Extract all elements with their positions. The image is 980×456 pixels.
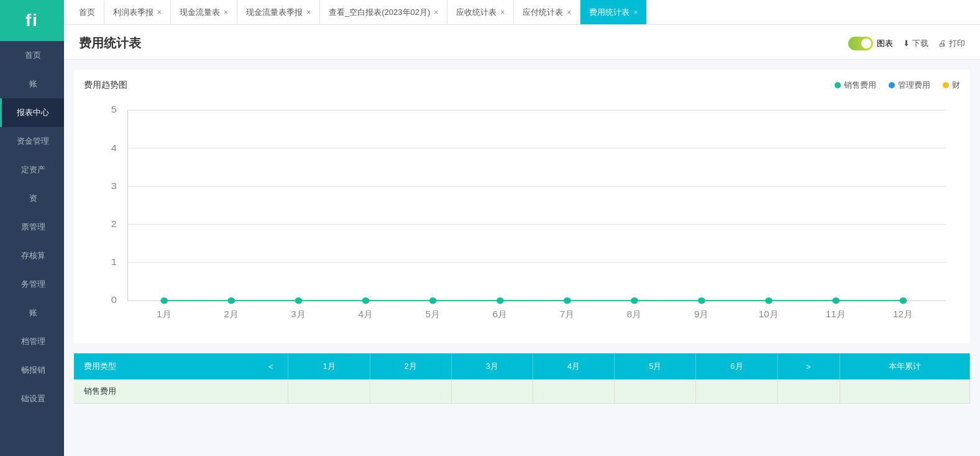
- legend-item-2: 财: [943, 80, 960, 91]
- main-content: 首页利润表季报×现金流量表×现金流量表季报×查看_空白报表(2023年02月)×…: [64, 0, 980, 456]
- legend-item-1: 管理费用: [889, 80, 930, 91]
- tab-close-blank-report[interactable]: ×: [434, 8, 438, 17]
- sidebar-item-archive-mgmt[interactable]: 档管理: [0, 327, 64, 356]
- col-summary: 本年累计: [840, 353, 969, 379]
- tab-expense[interactable]: 费用统计表×: [580, 0, 647, 25]
- svg-point-27: [295, 297, 303, 304]
- sidebar-item-inventory[interactable]: 存核算: [0, 241, 64, 270]
- tab-profit-quarter[interactable]: 利润表季报×: [104, 0, 171, 25]
- sidebar-item-writeoff[interactable]: 畅报销: [0, 356, 64, 384]
- legend-dot-2: [943, 82, 949, 88]
- chart-section: 费用趋势图 销售费用管理费用财 5 4 3: [74, 70, 970, 343]
- col-month-4: 4月: [533, 353, 614, 379]
- data-table-section: 费用类型 < 1月 2月 3月 4月 5月 6月 > 本年累计: [74, 353, 970, 404]
- svg-point-35: [832, 297, 840, 304]
- table-row: 销售费用: [74, 379, 970, 404]
- sidebar-item-invest[interactable]: 资: [0, 184, 64, 213]
- svg-point-33: [698, 297, 705, 304]
- tab-close-receivable[interactable]: ×: [500, 8, 505, 17]
- page-body: 费用统计表 图表 ⬇ 下载 🖨 打印: [64, 25, 980, 456]
- col-month-3: 3月: [451, 353, 533, 379]
- svg-text:4: 4: [111, 142, 117, 152]
- col-type: 费用类型 <: [74, 353, 288, 379]
- svg-text:5月: 5月: [426, 309, 441, 319]
- row-val-2: [370, 379, 451, 404]
- sidebar-item-ledger[interactable]: 账: [0, 299, 64, 327]
- chart-legend: 销售费用管理费用财: [835, 80, 960, 91]
- svg-text:1月: 1月: [157, 309, 172, 319]
- svg-text:0: 0: [111, 295, 117, 305]
- svg-text:1: 1: [111, 257, 117, 267]
- tab-home[interactable]: 首页: [70, 0, 104, 25]
- svg-text:7月: 7月: [560, 309, 575, 319]
- svg-text:12月: 12月: [893, 309, 914, 319]
- svg-text:9月: 9月: [694, 309, 709, 319]
- sidebar-item-account[interactable]: 账: [0, 70, 64, 98]
- svg-text:8月: 8月: [627, 309, 642, 319]
- legend-dot-0: [835, 82, 841, 88]
- row-type: 销售费用: [74, 379, 288, 404]
- chart-toggle[interactable]: [848, 37, 873, 50]
- svg-point-36: [899, 297, 907, 304]
- svg-text:5: 5: [111, 105, 117, 114]
- svg-point-32: [631, 297, 638, 304]
- svg-text:11月: 11月: [826, 309, 846, 319]
- page-title: 费用统计表: [79, 35, 141, 52]
- legend-label-1: 管理费用: [898, 80, 930, 91]
- sidebar: fi 首页账报表中心资金管理定资产资票管理存核算务管理账档管理畅报销础设置: [0, 0, 64, 456]
- print-button[interactable]: 🖨 打印: [938, 38, 965, 49]
- chart-toggle-label: 图表: [877, 38, 893, 49]
- tab-close-profit-quarter[interactable]: ×: [157, 8, 162, 17]
- tab-cashflow-quarter[interactable]: 现金流量表季报×: [237, 0, 320, 25]
- svg-point-28: [362, 297, 370, 304]
- row-val-nav: [777, 379, 840, 404]
- svg-text:4月: 4月: [358, 309, 373, 319]
- svg-point-25: [160, 297, 168, 304]
- svg-text:3月: 3月: [291, 309, 306, 319]
- chart-title: 费用趋势图: [84, 80, 127, 91]
- tab-payable[interactable]: 应付统计表×: [514, 0, 580, 25]
- tab-close-cashflow[interactable]: ×: [224, 8, 228, 17]
- row-val-5: [615, 379, 696, 404]
- chart-svg: 5 4 3 2 1 0 1月 2月 3月: [84, 97, 960, 333]
- col-month-6: 6月: [696, 353, 777, 379]
- row-val-4: [533, 379, 614, 404]
- page-actions: 图表 ⬇ 下载 🖨 打印: [848, 37, 965, 50]
- col-nav-prev[interactable]: <: [263, 362, 278, 371]
- download-button[interactable]: ⬇ 下载: [903, 38, 928, 49]
- col-month-1: 1月: [288, 353, 370, 379]
- chart-toggle-container: 图表: [848, 37, 893, 50]
- download-label: 下载: [912, 38, 928, 49]
- svg-text:3: 3: [111, 181, 117, 191]
- tab-blank-report[interactable]: 查看_空白报表(2023年02月)×: [320, 0, 447, 25]
- sidebar-item-invoice-mgmt[interactable]: 票管理: [0, 213, 64, 241]
- svg-point-26: [227, 297, 235, 304]
- tab-close-expense[interactable]: ×: [633, 8, 638, 17]
- chart-wrapper: 5 4 3 2 1 0 1月 2月 3月: [84, 97, 960, 333]
- col-nav-next[interactable]: >: [777, 353, 840, 379]
- sidebar-item-fund-mgmt[interactable]: 资金管理: [0, 127, 64, 156]
- row-val-6: [696, 379, 777, 404]
- sidebar-item-service-mgmt[interactable]: 务管理: [0, 270, 64, 299]
- sidebar-item-fixed-assets[interactable]: 定资产: [0, 156, 64, 184]
- legend-label-2: 财: [952, 80, 960, 91]
- print-label: 打印: [949, 38, 965, 49]
- svg-text:10月: 10月: [759, 309, 779, 319]
- tab-bar: 首页利润表季报×现金流量表×现金流量表季报×查看_空白报表(2023年02月)×…: [64, 0, 980, 25]
- page-header: 费用统计表 图表 ⬇ 下载 🖨 打印: [64, 25, 980, 60]
- tab-receivable[interactable]: 应收统计表×: [447, 0, 514, 25]
- app-logo: fi: [0, 0, 64, 41]
- print-icon: 🖨: [938, 39, 946, 48]
- sidebar-item-report-center[interactable]: 报表中心: [0, 98, 64, 127]
- col-month-2: 2月: [370, 353, 451, 379]
- col-type-label: 费用类型: [84, 361, 116, 372]
- tab-close-cashflow-quarter[interactable]: ×: [306, 8, 311, 17]
- tab-close-payable[interactable]: ×: [567, 8, 571, 17]
- tab-cashflow[interactable]: 现金流量表×: [171, 0, 237, 25]
- svg-point-29: [429, 297, 437, 304]
- sidebar-item-home[interactable]: 首页: [0, 41, 64, 70]
- svg-point-30: [497, 297, 504, 304]
- row-summary: [840, 379, 969, 404]
- download-icon: ⬇: [903, 39, 910, 48]
- sidebar-item-basic-settings[interactable]: 础设置: [0, 384, 64, 413]
